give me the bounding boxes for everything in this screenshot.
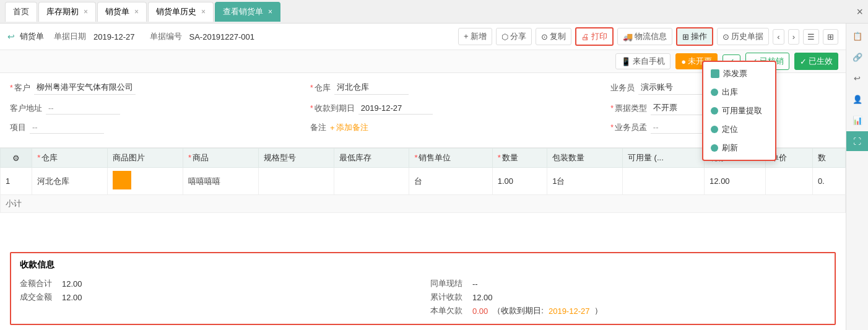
tab-sale-history-close[interactable]: ×: [201, 7, 206, 16]
subtotal-label: 小计: [1, 195, 846, 213]
right-icon-5[interactable]: 📊: [848, 110, 867, 130]
chevron-left-icon: ‹: [777, 32, 779, 41]
right-icon-4[interactable]: 👤: [848, 89, 867, 109]
right-icon-1[interactable]: 📋: [848, 26, 867, 46]
ops-button[interactable]: ⊞ 操作: [676, 27, 713, 46]
deal-amount-label: 成交金额: [20, 292, 57, 303]
tab-view-sale[interactable]: 查看销货单 ×: [215, 2, 280, 22]
total-amount-label: 金额合计: [20, 278, 57, 289]
dropdown-refresh[interactable]: 刷新: [703, 139, 775, 157]
warehouse-value: 河北仓库: [334, 80, 409, 95]
ops-icon: ⊞: [682, 32, 689, 41]
row-stock: 12.00: [705, 168, 766, 195]
dropdown-outbound[interactable]: 出库: [703, 83, 775, 102]
dropdown-add-invoice[interactable]: 添发票: [703, 64, 775, 83]
locate-icon: [711, 126, 718, 133]
tab-inventory[interactable]: 库存期初 ×: [38, 2, 96, 22]
row-warehouse: 河北仓库: [32, 168, 108, 195]
tab-sale-close[interactable]: ×: [134, 7, 139, 16]
list-view-icon: ☰: [807, 32, 815, 41]
payment-panel: 收款信息 金额合计 12.00 成交金额 12.00 同单现结 --: [10, 252, 836, 325]
tab-view-sale-label: 查看销货单: [223, 6, 263, 17]
tab-sale-label: 销货单: [105, 6, 129, 17]
same-order-row: 同单现结 --: [430, 277, 826, 290]
staff2-label: 业务员孟: [615, 122, 647, 133]
grid-view-icon: ⊞: [827, 32, 834, 41]
list-view-button[interactable]: ☰: [803, 29, 819, 45]
phone-icon: 📱: [621, 57, 631, 66]
note-label: 备注: [310, 122, 326, 133]
copy-button[interactable]: ⊙ 复制: [536, 28, 571, 45]
dropdown-avail-extract[interactable]: 可用量提取: [703, 102, 775, 120]
deal-amount-row: 成交金额 12.00: [20, 290, 415, 304]
history-button[interactable]: ⊙ 历史单据: [717, 28, 769, 45]
project-value: --: [30, 121, 104, 134]
tab-sale-history[interactable]: 销货单历史 ×: [148, 2, 214, 22]
col-other: 数: [812, 149, 845, 168]
right-icon-3[interactable]: ↩: [848, 68, 867, 88]
new-button[interactable]: + 新增: [458, 28, 492, 45]
effective-button[interactable]: ✓ 已生效: [794, 53, 838, 70]
product-table-container: ⚙ *仓库 商品图片 *商品 规格型号 最低库存 *销售单位 *数量 包装数量 …: [0, 148, 846, 247]
share-button[interactable]: ⬡ 分享: [496, 28, 532, 45]
row-spec: [258, 168, 334, 195]
col-warehouse: *仓库: [32, 149, 108, 168]
tab-home[interactable]: 首页: [5, 2, 37, 22]
total-amount-row: 金额合计 12.00: [20, 277, 415, 290]
new-button-label: + 新增: [464, 31, 487, 42]
customer-field: * 客户 柳州粤港平安气体有限公司: [10, 80, 310, 95]
print-button[interactable]: 🖨 打印: [575, 27, 614, 46]
return-icon: ↩: [854, 74, 861, 83]
plus-icon: +: [330, 123, 335, 132]
nav-prev-button[interactable]: ‹: [773, 29, 784, 45]
print-icon: 🖨: [581, 32, 589, 41]
add-note-button[interactable]: + 添加备注: [330, 122, 368, 133]
add-note-label: 添加备注: [336, 122, 368, 133]
nav-next-button[interactable]: ›: [788, 29, 799, 45]
share-button-label: 分享: [510, 31, 526, 42]
customer-label: 客户: [14, 82, 30, 93]
col-qty: *数量: [492, 149, 547, 168]
customer-value: 柳州粤港平安气体有限公司: [34, 80, 136, 95]
balance-label: 本单欠款: [430, 305, 467, 316]
balance-note: （收款到期日:: [493, 305, 544, 316]
deal-amount-value: 12.00: [62, 293, 82, 302]
tab-view-sale-close[interactable]: ×: [268, 7, 272, 16]
tab-inventory-close[interactable]: ×: [84, 7, 88, 16]
row-min-stock: [334, 168, 409, 195]
logistics-button[interactable]: 🚚 物流信息: [617, 28, 672, 45]
payment-date-label: 收款到期日: [315, 103, 355, 114]
date-label: 单据日期: [54, 31, 86, 42]
no-label: 单据编号: [150, 31, 182, 42]
tab-home-label: 首页: [13, 6, 29, 17]
from-phone-button[interactable]: 📱 来自手机: [615, 53, 671, 69]
row-pack-qty: 1台: [547, 168, 623, 195]
right-icon-expand[interactable]: ⛶: [846, 131, 869, 151]
subtotal-row: 小计: [1, 195, 846, 213]
address-field: 客户地址 --: [10, 102, 310, 115]
main-toolbar: ↩ 销货单 单据日期 2019-12-27 单据编号 SA-20191227-0…: [0, 24, 846, 50]
grid-view-button[interactable]: ⊞: [823, 29, 838, 45]
effective-icon: ✓: [800, 57, 807, 66]
project-field: 项目 --: [10, 121, 310, 134]
share-icon: ⬡: [501, 32, 508, 41]
cumulative-value: 12.00: [472, 293, 493, 302]
tab-sale[interactable]: 销货单 ×: [97, 2, 147, 22]
required-star-5: *: [610, 123, 614, 132]
right-icon-2[interactable]: 🔗: [848, 47, 867, 67]
add-invoice-label: 添发票: [723, 68, 747, 79]
tab-inventory-label: 库存期初: [46, 6, 79, 17]
doc-title: 销货单: [20, 31, 44, 42]
same-order-label: 同单现结: [430, 278, 467, 289]
dropdown-locate[interactable]: 定位: [703, 120, 775, 139]
expand-icon: ⛶: [853, 137, 861, 146]
copy-icon: ⊙: [541, 32, 548, 41]
copy-button-label: 复制: [550, 31, 566, 42]
logistics-button-label: 物流信息: [635, 31, 667, 42]
ticket-type-label: 票据类型: [615, 103, 647, 114]
window-close-button[interactable]: ×: [856, 5, 863, 18]
balance-row: 本单欠款 0.00 （收款到期日: 2019-12-27 ）: [430, 304, 826, 318]
required-star-2: *: [310, 84, 313, 92]
required-star-4: *: [610, 104, 614, 113]
staff-label: 业务员: [610, 82, 635, 93]
